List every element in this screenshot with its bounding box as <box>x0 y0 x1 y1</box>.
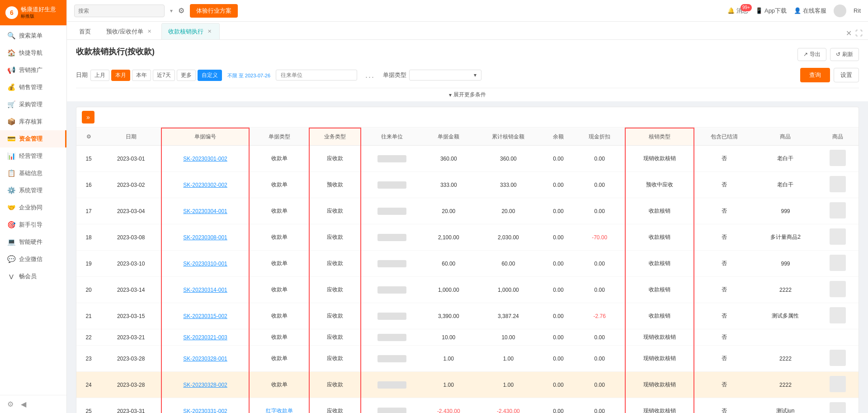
date-btn-1[interactable]: 本月 <box>111 70 130 81</box>
th-gear[interactable]: ⚙ <box>76 128 101 146</box>
sidebar-item-marketing[interactable]: 📢 营销推广 <box>0 62 66 79</box>
cell-biz-type: 应收款 <box>309 398 361 413</box>
sidebar-item-sales[interactable]: 💰 销售管理 <box>0 79 66 96</box>
table-body: 15 2023-03-01 SK-20230301-002 收款单 应收款 ██… <box>76 146 859 413</box>
more-filters-icon[interactable]: ... <box>363 71 377 80</box>
cell-balance: 0.00 <box>542 224 574 251</box>
tab-receivable[interactable]: 预收/应收付单✕ <box>99 23 160 39</box>
sidebar-item-basic[interactable]: 📋 基础信息 <box>0 165 66 182</box>
settings-icon[interactable]: ⚙ <box>7 400 14 408</box>
partner-filter-section <box>276 70 357 81</box>
sidebar-item-guide[interactable]: 🎯 新手引导 <box>0 216 66 233</box>
th-balance: 余额 <box>542 128 574 146</box>
cell-voucher-type: 收款单 <box>249 198 309 224</box>
cell-product2 <box>817 224 859 251</box>
date-btn-4[interactable]: 更多 <box>177 70 196 81</box>
export-label: 导出 <box>810 51 821 58</box>
cell-biz-type: 应收款 <box>309 224 361 251</box>
tabbar-actions: ✕ ⛶ <box>846 29 863 39</box>
cell-balance: 0.00 <box>542 398 574 413</box>
cell-include-settled: 否 <box>694 329 754 346</box>
tabbar-close-icon[interactable]: ✕ <box>846 29 852 38</box>
date-range-display: 不限 至 2023-07-26 <box>227 72 270 79</box>
sidebar-item-search-menu[interactable]: 🔍 搜索菜单 <box>0 27 66 44</box>
topbar-gear-icon[interactable]: ⚙ <box>178 6 184 15</box>
voucher-link[interactable]: SK-20230328-001 <box>183 356 227 362</box>
table-head: ⚙ 日期 单据编号 单据类型 业务类型 往来单位 单据金额 累计核销金额 余额 … <box>76 128 859 146</box>
sidebar-item-finance[interactable]: 💳 资金管理 <box>0 130 66 147</box>
cell-balance: 0.00 <box>542 372 574 398</box>
toolbar-expand-icon[interactable]: » <box>82 111 94 123</box>
cell-no: 23 <box>76 346 101 372</box>
sidebar-icon-system: ⚙️ <box>7 186 15 195</box>
cell-amount: 60.00 <box>423 251 475 277</box>
refresh-label: 刷新 <box>842 51 853 58</box>
sidebar-item-inventory[interactable]: 📦 库存核算 <box>0 113 66 130</box>
date-btn-3[interactable]: 近7天 <box>153 70 175 81</box>
tabbar-maximize-icon[interactable]: ⛶ <box>855 29 863 38</box>
voucher-type-select[interactable]: ▾ <box>409 70 481 81</box>
tab-close-writeoff[interactable]: ✕ <box>206 28 213 35</box>
topbar-search-input[interactable] <box>74 5 165 17</box>
user-avatar[interactable] <box>834 5 846 17</box>
sidebar-icon-enterprise: 🤝 <box>7 204 15 212</box>
cell-no: 19 <box>76 251 101 277</box>
collapse-icon[interactable]: ◀ <box>21 400 26 408</box>
cell-cumulative: 360.00 <box>475 146 542 172</box>
voucher-link[interactable]: SK-20230328-002 <box>183 382 227 388</box>
th-product: 商品 <box>754 128 817 146</box>
notification-item[interactable]: 🔔 消息 99+ <box>727 7 748 15</box>
sidebar-item-wechat[interactable]: 💬 企业微信 <box>0 251 66 268</box>
voucher-link[interactable]: SK-20230302-002 <box>183 182 227 188</box>
app-download-item[interactable]: 📱 App下载 <box>755 7 787 15</box>
voucher-link[interactable]: SK-20230301-002 <box>183 156 227 162</box>
refresh-button[interactable]: ↺ 刷新 <box>830 48 859 61</box>
partner-input[interactable] <box>276 70 357 81</box>
sidebar-item-operations[interactable]: 📊 经营管理 <box>0 147 66 165</box>
sidebar-item-purchase[interactable]: 🛒 采购管理 <box>0 96 66 113</box>
cell-partner: ████ <box>361 329 423 346</box>
voucher-link[interactable]: SK-20230310-001 <box>183 261 227 267</box>
cell-date: 2023-03-08 <box>101 224 161 251</box>
sidebar-item-system[interactable]: ⚙️ 系统管理 <box>0 182 66 199</box>
sidebar-item-enterprise[interactable]: 🤝 企业协同 <box>0 199 66 216</box>
cell-biz-type: 应收款 <box>309 277 361 303</box>
sidebar-label-basic: 基础信息 <box>19 169 42 177</box>
query-button[interactable]: 查询 <box>800 68 830 82</box>
date-btn-0[interactable]: 上月 <box>90 70 109 81</box>
cell-date: 2023-03-01 <box>101 146 161 172</box>
cell-voucher-no: SK-20230315-002 <box>161 303 249 329</box>
export-button[interactable]: ↗ 导出 <box>797 48 826 61</box>
cell-writeoff-type: 现销收款核销 <box>625 398 694 413</box>
topbar-chevron-icon[interactable]: ▾ <box>170 8 173 14</box>
cell-writeoff-type: 收款核销 <box>625 303 694 329</box>
voucher-link[interactable]: SK-20230321-003 <box>183 334 227 341</box>
sidebar-item-member[interactable]: V 畅会员 <box>0 268 66 285</box>
date-filter-label: 日期 <box>76 71 88 79</box>
date-btn-2[interactable]: 本年 <box>132 70 151 81</box>
voucher-link[interactable]: SK-20230331-002 <box>183 408 227 413</box>
tab-close-receivable[interactable]: ✕ <box>146 28 153 35</box>
cell-product2 <box>817 172 859 198</box>
voucher-link[interactable]: SK-20230308-001 <box>183 234 227 241</box>
cell-include-settled: 否 <box>694 372 754 398</box>
tab-home[interactable]: 首页 <box>72 23 98 39</box>
sidebar-item-hardware[interactable]: 💻 智能硬件 <box>0 233 66 251</box>
date-buttons: 上月本月本年近7天更多自定义 <box>90 70 222 81</box>
online-service-item[interactable]: 👤 在线客服 <box>794 7 826 15</box>
service-icon: 👤 <box>794 7 801 14</box>
th-include-settled: 包含已结清 <box>694 128 754 146</box>
voucher-link[interactable]: SK-20230315-002 <box>183 313 227 319</box>
sidebar-icon-sales: 💰 <box>7 83 15 91</box>
expand-more-row[interactable]: ▾ 展开更多条件 <box>76 88 859 101</box>
cell-cash-discount: 0.00 <box>575 346 625 372</box>
cell-balance: 0.00 <box>542 329 574 346</box>
sidebar-item-quick-nav[interactable]: 🏠 快捷导航 <box>0 44 66 62</box>
table-row: 15 2023-03-01 SK-20230301-002 收款单 应收款 ██… <box>76 146 859 172</box>
voucher-link[interactable]: SK-20230304-001 <box>183 208 227 214</box>
date-btn-custom[interactable]: 自定义 <box>198 70 222 81</box>
tab-writeoff[interactable]: 收款核销执行✕ <box>161 23 220 39</box>
industry-solution-button[interactable]: 体验行业方案 <box>190 4 238 18</box>
setting-button[interactable]: 设置 <box>834 68 859 82</box>
voucher-link[interactable]: SK-20230314-001 <box>183 287 227 293</box>
